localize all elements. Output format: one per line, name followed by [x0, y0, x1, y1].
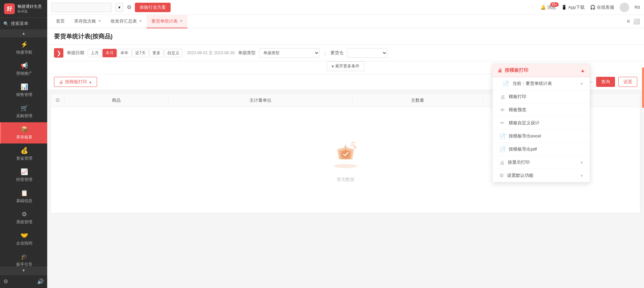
printer-dropdown-icon: 🖨: [497, 68, 502, 73]
filter-expand-button[interactable]: ❯: [54, 48, 63, 58]
sidebar-item-jichu[interactable]: 📋 基础信息: [0, 186, 47, 207]
headset-icon: 🎧: [590, 5, 595, 10]
dropdown-item-preview[interactable]: 👁 模板预览: [493, 103, 590, 117]
nav-label: 销售管理: [16, 92, 32, 98]
nav-label: 企业协同: [16, 241, 32, 246]
col-settings: ⚙: [51, 94, 64, 107]
col-quantity: 主数量: [352, 94, 483, 107]
clipboard-icon: 📋: [21, 189, 28, 197]
nav-label: 采购管理: [16, 113, 32, 119]
avatar[interactable]: [620, 3, 629, 12]
sidebar-scroll-up[interactable]: ▲: [0, 29, 47, 37]
online-service-button[interactable]: 🎧 在线客服: [590, 4, 614, 10]
dropdown-item-export-pdf[interactable]: 📄 按模板导出pdf: [493, 143, 590, 156]
date-btn-this-year[interactable]: 本年: [117, 49, 131, 57]
topbar-right: 🔔 消息 99+ 📱 App下载 🎧 在线客服 Rit: [540, 3, 640, 12]
gear-icon: ⚙: [22, 211, 27, 218]
nav-label: 库存核算: [16, 134, 32, 140]
dropdown-header[interactable]: 🖨 按模板打印 ▲: [493, 64, 590, 77]
topbar-dropdown-button[interactable]: ▾: [115, 3, 123, 12]
sidebar-item-yingxiao[interactable]: 📢 营销推广: [0, 59, 47, 80]
expand-more-button[interactable]: ▾ 展开更多条件: [327, 61, 364, 71]
sidebar-search[interactable]: 🔍 搜索菜单: [0, 18, 47, 29]
nav-label: 系统管理: [16, 219, 32, 225]
tab-shoupufa-huizong[interactable]: 收发存汇总表 ✕: [106, 15, 147, 28]
col-unit: 主计量单位: [169, 94, 352, 107]
dropdown-item-custom-design[interactable]: ✏ 模板自定义设计: [493, 117, 590, 130]
topbar: ▾ ⚙ 体验行业方案 🔔 消息 99+ 📱 App下载 🎧 在线客服 Rit: [47, 0, 644, 15]
print-chevron-icon: ▲: [89, 80, 92, 84]
sidebar-item-jingying[interactable]: 📈 经营管理: [0, 165, 47, 186]
date-btn-last-month[interactable]: 上月: [88, 49, 102, 57]
display-print-icon: 🖨: [499, 160, 504, 165]
current-template-label: 当前：要货单统计表: [513, 81, 552, 87]
preview-item-icon: 👁: [499, 107, 505, 113]
sidebar-scroll-down[interactable]: ▼: [0, 266, 47, 275]
sidebar-item-xitong[interactable]: ⚙ 系统管理: [0, 207, 47, 228]
resize-handle[interactable]: [642, 67, 644, 108]
search-label: 搜索菜单: [11, 21, 28, 27]
tab-close-yaohuo[interactable]: ✕: [180, 19, 183, 23]
print-item-icon: 🖨: [499, 94, 505, 100]
topbar-gear-icon[interactable]: ⚙: [127, 4, 131, 10]
design-item-label: 模板自定义设计: [509, 120, 539, 126]
sidebar: 好 畅捷通好生意 标准版 🔍 搜索菜单 ▲ ⚡ 快捷导航 📢 营销推广 📊 销售…: [0, 0, 47, 288]
dropdown-current-template[interactable]: 📄 当前：要货单统计表 ▾: [493, 77, 590, 90]
type-filter-select[interactable]: 单据类型: [259, 48, 320, 58]
sidebar-item-kucun[interactable]: 📦 库存核算: [0, 122, 47, 143]
date-btn-custom[interactable]: 自定义: [164, 49, 182, 57]
date-btn-7days[interactable]: 近7天: [132, 49, 149, 57]
default-setting-chevron: ▾: [581, 173, 583, 178]
app-logo-icon: 好: [4, 3, 15, 14]
settings-footer-icon[interactable]: ⚙: [3, 278, 8, 285]
page-header: 要货单统计表(按商品): [47, 28, 644, 45]
sidebar-item-zijin[interactable]: 💰 资金管理: [0, 143, 47, 165]
app-download-button[interactable]: 📱 App下载: [561, 4, 585, 10]
svg-point-1: [342, 150, 350, 158]
tab-home[interactable]: 首页: [51, 15, 69, 28]
table-gear-icon[interactable]: ⚙: [55, 97, 60, 103]
excel-item-icon: 📄: [499, 133, 505, 139]
trial-button[interactable]: 体验行业方案: [135, 3, 171, 12]
print-btn-wrap: 🖨 按模板打印 ▲: [54, 77, 97, 87]
tab-yaohuo-tongji[interactable]: 要货单统计表 ✕: [147, 15, 187, 28]
message-button[interactable]: 🔔 消息 99+: [540, 4, 556, 10]
tab-close-kucun[interactable]: ✕: [98, 19, 101, 23]
sidebar-footer: ⚙ 🔊: [0, 275, 47, 288]
tab-close-shoupufa[interactable]: ✕: [139, 19, 142, 23]
dropdown-chevron-icon: ▲: [580, 68, 585, 73]
sidebar-item-xiaoshou[interactable]: 📊 销售管理: [0, 80, 47, 101]
sidebar-item-qiye[interactable]: 🤝 企业协同: [0, 228, 47, 250]
graduation-icon: 🎓: [21, 253, 28, 260]
yaohuo-select[interactable]: [347, 48, 387, 58]
date-btn-this-month[interactable]: 本月: [103, 49, 117, 57]
sidebar-item-kuaijie[interactable]: ⚡ 快捷导航: [0, 37, 47, 59]
dropdown-title: 按模板打印: [505, 67, 528, 73]
query-button[interactable]: 查询: [596, 77, 615, 87]
date-btn-more[interactable]: 更多: [149, 49, 164, 57]
topbar-search-input[interactable]: [51, 3, 112, 12]
nav-label: 新手引导: [16, 262, 32, 266]
dropdown-item-print[interactable]: 🖨 模板打印: [493, 90, 590, 103]
chevron-down-icon: ▾: [332, 64, 334, 69]
nav-label: 经营管理: [16, 177, 32, 183]
nav-label: 基础信息: [16, 198, 32, 204]
svg-point-2: [354, 146, 356, 149]
settings-button[interactable]: 设置: [618, 77, 637, 87]
dropdown-sub-default-setting[interactable]: ⚙ 设置默认功能 ▾: [493, 169, 590, 182]
sidebar-item-xinshou[interactable]: 🎓 新手引导: [0, 250, 47, 266]
svg-point-0: [334, 164, 357, 168]
preview-item-label: 模板预览: [509, 107, 526, 113]
speaker-icon[interactable]: 🔊: [37, 278, 44, 285]
dropdown-item-export-excel[interactable]: 📄 按模板导出excel: [493, 130, 590, 143]
pdf-item-icon: 📄: [499, 146, 505, 152]
window-close-btn[interactable]: ✕: [626, 18, 631, 25]
design-item-icon: ✏: [499, 120, 505, 126]
dropdown-sub-display-print[interactable]: 🖨 按显示打印 ▾: [493, 156, 590, 169]
print-template-button[interactable]: 🖨 按模板打印 ▲: [54, 77, 97, 87]
tab-kucun-pizhang[interactable]: 库存批次账 ✕: [69, 15, 106, 28]
sidebar-item-caigou[interactable]: 🛒 采购管理: [0, 101, 47, 122]
money-icon: 💰: [21, 147, 28, 154]
default-setting-label: 设置默认功能: [507, 172, 533, 179]
window-expand-btn[interactable]: ⬜: [633, 18, 640, 25]
